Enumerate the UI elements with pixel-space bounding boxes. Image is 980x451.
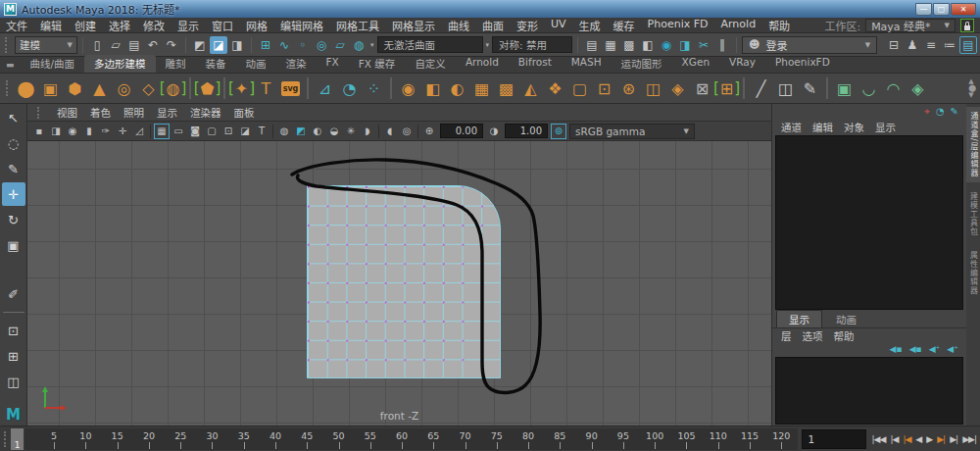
- color-space-dropdown[interactable]: sRGB gamma ▼: [569, 124, 695, 139]
- svg-icon[interactable]: svg: [279, 76, 302, 101]
- chevron-down-icon[interactable]: ▾: [486, 41, 490, 49]
- perspective-toggle-icon[interactable]: ◿: [131, 124, 147, 139]
- frame-tick[interactable]: 95: [608, 428, 639, 450]
- select-object-icon[interactable]: ◪: [210, 36, 227, 54]
- go-to-start-button[interactable]: |◀◀: [870, 432, 888, 446]
- poly-cone-icon[interactable]: ▲: [88, 76, 111, 101]
- edit-edge-flow-icon[interactable]: ⊡: [593, 76, 615, 101]
- shaded-display-icon[interactable]: ◩: [293, 124, 309, 139]
- undo-icon[interactable]: ↶: [144, 36, 162, 54]
- poly-text-icon[interactable]: T: [255, 76, 277, 101]
- gate-mask-icon[interactable]: ▢: [204, 124, 220, 139]
- close-button[interactable]: ✕: [951, 3, 976, 16]
- menu-item[interactable]: 缓存: [613, 18, 635, 33]
- character-controls-icon[interactable]: ♟: [904, 36, 921, 54]
- shelf-tab[interactable]: PhoenixFD: [765, 55, 840, 73]
- cube-wireframe-icon[interactable]: ▢: [568, 76, 591, 101]
- channel-box-icon[interactable]: ▤: [959, 36, 977, 54]
- shelf-tab[interactable]: 自定义: [405, 55, 456, 73]
- layer-menu-item[interactable]: 层: [781, 328, 792, 343]
- select-component-icon[interactable]: ◨: [228, 36, 246, 54]
- shelf-separator[interactable]: [223, 77, 225, 99]
- active-surface-field[interactable]: 无激活曲面: [377, 36, 483, 53]
- panel-menu-item[interactable]: 渲染器: [190, 105, 221, 120]
- shadows-icon[interactable]: ✳: [343, 124, 359, 139]
- scale-tool[interactable]: ▣: [2, 233, 25, 257]
- render-view-icon[interactable]: ▤: [583, 36, 601, 54]
- current-time-field[interactable]: 1: [802, 429, 866, 449]
- origin-locator-icon[interactable]: ⁘: [363, 76, 385, 101]
- insert-edge-loop-icon[interactable]: ◫: [774, 76, 797, 101]
- shelf-tab[interactable]: 动画: [236, 55, 276, 73]
- select-hierarchy-icon[interactable]: ◩: [191, 36, 209, 54]
- frame-tick[interactable]: 110: [703, 428, 734, 450]
- shelf-tab[interactable]: 多边形建模: [84, 55, 156, 73]
- gamma-field[interactable]: 1.00: [505, 124, 548, 138]
- ipr-render-icon[interactable]: ▦: [602, 36, 619, 54]
- combine-icon[interactable]: ◉: [397, 76, 419, 101]
- frame-tick[interactable]: 100: [639, 428, 670, 450]
- safe-action-icon[interactable]: ◪: [237, 124, 253, 139]
- new-anim-layer-selected-icon[interactable]: ◀⁺: [947, 344, 958, 354]
- resolution-gate-icon[interactable]: ◙: [187, 124, 203, 139]
- frame-tick[interactable]: 30: [196, 428, 227, 450]
- menu-item[interactable]: 窗口: [212, 18, 233, 33]
- pause-viewport-icon[interactable]: ‖: [713, 36, 731, 54]
- menu-set-dropdown[interactable]: 建模 ▼: [15, 36, 77, 54]
- attribute-editor-icon[interactable]: ≡: [922, 36, 940, 54]
- grid-toggle-icon[interactable]: ▦: [154, 124, 170, 139]
- save-scene-icon[interactable]: ▤: [125, 36, 143, 54]
- channel-box-menu-item[interactable]: 通道: [781, 120, 802, 134]
- frame-tick[interactable]: 115: [734, 428, 765, 450]
- shelf-tab[interactable]: XGen: [672, 55, 719, 73]
- isolate-select-icon[interactable]: ◖: [382, 124, 398, 139]
- frame-tick[interactable]: 80: [513, 428, 544, 450]
- select-tool[interactable]: ↖: [2, 106, 25, 129]
- symmetrize-icon[interactable]: ⊠: [691, 76, 713, 101]
- layer-editor-tab[interactable]: 动画: [824, 311, 868, 327]
- use-all-lights-icon[interactable]: ◒: [326, 124, 342, 139]
- poly-disc-icon[interactable]: ◍: [162, 76, 184, 101]
- frame-tick[interactable]: 120: [765, 428, 797, 450]
- menu-item[interactable]: 编辑网格: [280, 18, 323, 33]
- shelf-tab[interactable]: FX 缓存: [349, 55, 406, 73]
- redo-icon[interactable]: ↷: [163, 36, 180, 54]
- layer-menu-item[interactable]: 帮助: [834, 328, 855, 343]
- new-anim-layer-icon[interactable]: ◀⁺: [929, 344, 941, 354]
- image-plane-icon[interactable]: ✑: [98, 124, 114, 139]
- poly-plane-icon[interactable]: ◇: [137, 76, 160, 101]
- select-camera-icon[interactable]: ▪: [31, 124, 47, 139]
- shelf-tab[interactable]: Bifrost: [509, 55, 562, 73]
- poly-cylinder-icon[interactable]: ⬢: [64, 76, 86, 101]
- channel-box-menu-item[interactable]: 显示: [875, 120, 896, 134]
- vp-separator[interactable]: [378, 125, 379, 138]
- pencil-icon[interactable]: ✎: [951, 106, 958, 117]
- shelf-separator[interactable]: [189, 77, 191, 99]
- channel-box-menu-item[interactable]: 编辑: [812, 120, 833, 134]
- viewport-canvas[interactable]: front -Z: [27, 141, 771, 426]
- poly-sphere-icon[interactable]: ⬤: [15, 76, 37, 101]
- panel-menu-item[interactable]: 视图: [57, 105, 77, 120]
- workspace-lock-icon[interactable]: [960, 19, 974, 32]
- modeling-toolkit-icon[interactable]: ⊟: [885, 36, 903, 54]
- menu-item[interactable]: 变形: [516, 18, 538, 33]
- lock-camera-icon[interactable]: ◨: [48, 124, 64, 139]
- menu-item[interactable]: 选择: [109, 18, 130, 33]
- sidebar-vertical-tab[interactable]: 通道盒/层编辑器: [966, 107, 980, 182]
- new-empty-layer-icon[interactable]: ◀▪: [890, 344, 903, 354]
- frame-tick[interactable]: 50: [322, 428, 354, 450]
- shelf-menu-icon[interactable]: ▬: [6, 60, 15, 70]
- menu-item[interactable]: 网格显示: [392, 18, 435, 33]
- quadrangulate-icon[interactable]: ◈: [666, 76, 689, 101]
- step-back-key-button[interactable]: |◀: [901, 432, 912, 446]
- cut-render-icon[interactable]: ✂: [695, 36, 712, 54]
- go-to-end-button[interactable]: ▶▶|: [960, 432, 978, 446]
- make-live-icon[interactable]: ◍: [350, 36, 368, 54]
- snap-point-icon[interactable]: ◦: [294, 36, 312, 54]
- drag-grip[interactable]: [37, 107, 42, 119]
- drag-grip[interactable]: [6, 80, 11, 96]
- platonic-solid-icon[interactable]: ⬟: [196, 76, 219, 101]
- crease-sets-icon[interactable]: ◠: [882, 76, 905, 101]
- multi-cut-icon[interactable]: ╱: [750, 76, 772, 101]
- speed-icon[interactable]: ◔: [936, 106, 945, 117]
